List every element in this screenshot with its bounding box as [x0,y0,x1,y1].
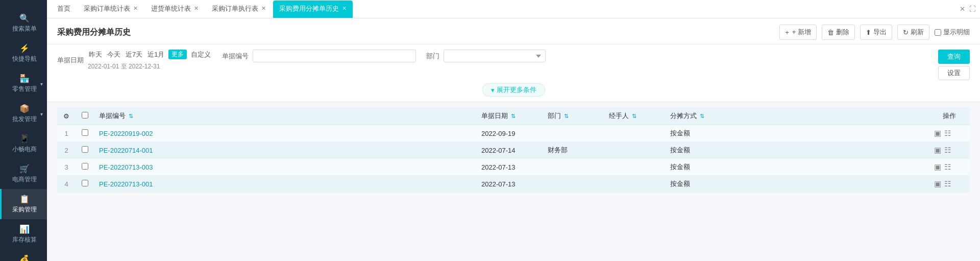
filter-row: 单据日期 昨天 今天 近7天 近1月 更多 自定义 2022-01-01 至 2… [57,50,970,80]
setting-button[interactable]: 设置 [938,66,970,80]
dept-select[interactable] [444,50,546,62]
dept-filter-group: 部门 [426,50,546,62]
shortcut-yesterday[interactable]: 昨天 [88,50,103,59]
sidebar-item-retail[interactable]: 🏪 零售管理 [0,68,47,99]
show-detail-input[interactable] [935,29,941,36]
edit-icon[interactable]: ▣ [934,129,941,138]
date-range-text: 2022-01-01 至 2022-12-31 [88,62,212,71]
close-tab-purchase-order-stats[interactable]: ✕ [133,5,138,12]
delete-button[interactable]: 🗑 删除 [822,25,855,40]
tab-purchase-fee-history[interactable]: 采购费用分摊单历史 ✕ [273,1,353,18]
maximize-window-icon[interactable]: ⛶ [969,5,976,13]
tab-home[interactable]: 首页 [51,1,77,18]
row-doc-date: 2022-09-19 [476,125,543,142]
sort-split-method-icon[interactable]: ⇅ [700,113,704,119]
row-handler [604,176,665,193]
sidebar-item-shortcut[interactable]: ⚡ 快捷导航 [0,38,47,68]
show-detail-checkbox[interactable]: 显示明细 [935,28,970,37]
more-icon[interactable]: ☷ [944,146,951,155]
table-row: 4 PE-20220713-001 2022-07-13 按金额 ▣ ☷ [57,176,970,193]
row-actions: ▣ ☷ [929,125,970,142]
tab-home-label: 首页 [57,4,70,13]
shortcut-7days[interactable]: 近7天 [125,50,143,59]
shortcut-more[interactable]: 更多 [168,50,187,59]
expand-icon: ▾ [491,86,495,94]
close-tab-inbound-stats[interactable]: ✕ [194,5,199,12]
delete-icon: 🗑 [827,29,834,36]
expand-btn[interactable]: ▾ 展开更多条件 [482,83,545,97]
row-handler [604,159,665,176]
docnum-filter-group: 单据编号 [222,50,416,62]
row-split-method: 按金额 [665,176,929,193]
refresh-button[interactable]: ↻ 刷新 [897,25,929,40]
th-doc-num[interactable]: 单据编号 ⇅ [94,107,476,125]
docnum-label: 单据编号 [222,52,249,61]
more-icon[interactable]: ☷ [944,129,951,138]
sidebar-item-label: 快捷导航 [12,55,37,63]
data-table: ⚙ 单据编号 ⇅ 单据日期 ⇅ [57,107,970,193]
th-checkbox [76,107,94,125]
row-num: 4 [57,176,76,193]
th-doc-date[interactable]: 单据日期 ⇅ [476,107,543,125]
th-settings[interactable]: ⚙ [57,107,76,125]
sort-handler-icon[interactable]: ⇅ [632,113,636,119]
doc-num-link[interactable]: PE-20220713-003 [99,163,153,171]
th-dept[interactable]: 部门 ⇅ [543,107,604,125]
sort-doc-num-icon[interactable]: ⇅ [129,113,133,119]
sidebar-item-inventory[interactable]: 📊 库存核算 [0,219,47,249]
edit-icon[interactable]: ▣ [934,146,941,155]
sidebar-item-purchase[interactable]: 📋 采购管理 [0,189,47,219]
row-dept: 财务部 [543,142,604,159]
query-button[interactable]: 查询 [938,50,970,64]
sort-dept-icon[interactable]: ⇅ [564,113,569,119]
row-checkbox[interactable] [76,176,94,193]
sort-doc-date-icon[interactable]: ⇅ [511,113,516,119]
row-doc-num: PE-20220919-002 [94,125,476,142]
row-dept [543,125,604,142]
close-window-icon[interactable]: ✕ [960,5,965,13]
close-tab-purchase-order-exec[interactable]: ✕ [261,5,266,12]
row-checkbox[interactable] [76,159,94,176]
more-icon[interactable]: ☷ [944,179,951,188]
expand-label: 展开更多条件 [497,85,536,94]
mini-icon: 📱 [19,134,30,144]
doc-num-link[interactable]: PE-20220714-001 [99,147,153,154]
more-icon[interactable]: ☷ [944,162,951,172]
row-handler [604,142,665,159]
sidebar: 🔍 搜索菜单 ⚡ 快捷导航 🏪 零售管理 📦 批发管理 📱 小畅电商 🛒 电商管… [0,0,47,261]
sidebar-item-finance[interactable]: 💰 资金管理 [0,249,47,261]
sidebar-item-search[interactable]: 🔍 搜索菜单 [0,8,47,38]
add-icon: + [785,29,789,36]
close-tab-purchase-fee-history[interactable]: ✕ [342,5,347,12]
th-handler[interactable]: 经手人 ⇅ [604,107,665,125]
docnum-input[interactable] [253,50,416,62]
refresh-icon: ↻ [903,29,909,36]
th-split-method[interactable]: 分摊方式 ⇅ [665,107,929,125]
sidebar-item-mini[interactable]: 📱 小畅电商 [0,129,47,159]
tab-purchase-order-stats[interactable]: 采购订单统计表 ✕ [78,1,144,18]
date-shortcuts: 昨天 今天 近7天 近1月 更多 自定义 [88,50,212,59]
th-doc-num-label: 单据编号 [99,112,126,120]
row-checkbox[interactable] [76,125,94,142]
export-button[interactable]: ⬆ 导出 [860,25,892,40]
settings-icon[interactable]: ⚙ [63,112,69,120]
tab-label: 进货单统计表 [151,4,191,13]
sidebar-item-wholesale[interactable]: 📦 批发管理 [0,99,47,129]
shortcut-1month[interactable]: 近1月 [146,50,165,59]
add-button[interactable]: + + 新增 [779,25,817,40]
table-row: 1 PE-20220919-002 2022-09-19 按金额 ▣ ☷ [57,125,970,142]
row-checkbox[interactable] [76,142,94,159]
tab-purchase-order-exec[interactable]: 采购订单执行表 ✕ [206,1,272,18]
doc-num-link[interactable]: PE-20220919-002 [99,130,153,137]
sidebar-item-ecommerce[interactable]: 🛒 电商管理 [0,159,47,189]
doc-num-link[interactable]: PE-20220713-001 [99,180,153,188]
shortcut-custom[interactable]: 自定义 [190,50,212,59]
edit-icon[interactable]: ▣ [934,179,941,188]
edit-icon[interactable]: ▣ [934,162,941,172]
sidebar-item-label: 小畅电商 [12,145,37,154]
sidebar-item-label: 库存核算 [12,235,37,244]
shortcut-today[interactable]: 今天 [106,50,121,59]
th-split-method-label: 分摊方式 [670,112,697,120]
select-all-checkbox[interactable] [82,112,88,118]
tab-inbound-stats[interactable]: 进货单统计表 ✕ [145,1,205,18]
